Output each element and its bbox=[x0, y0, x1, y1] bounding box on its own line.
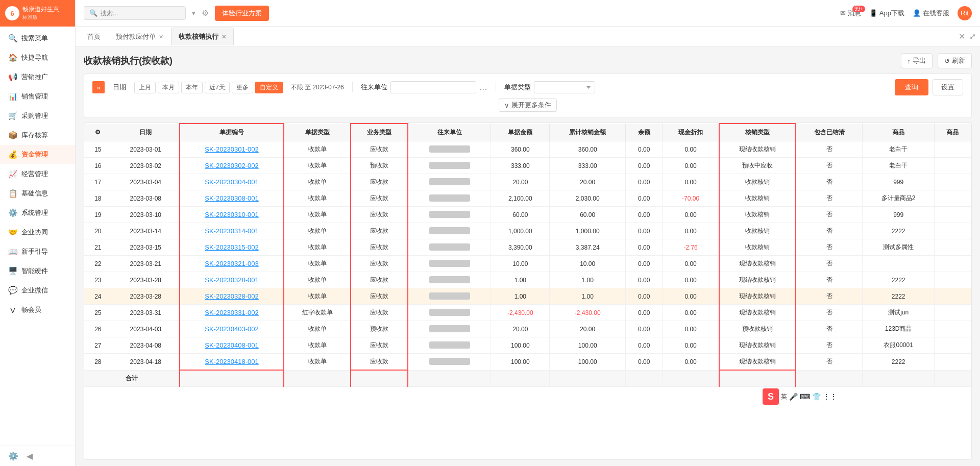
sidebar-item-basic[interactable]: 📋 基础信息 bbox=[0, 184, 75, 203]
this-year-btn[interactable]: 本年 bbox=[181, 82, 203, 93]
sidebar-item-member[interactable]: V 畅会员 bbox=[0, 300, 75, 320]
app-download-button[interactable]: 📱 App下载 bbox=[869, 9, 904, 18]
bill-no-link[interactable]: SK-20230328-002 bbox=[205, 292, 259, 300]
tab-collection[interactable]: 收款核销执行 ✕ bbox=[171, 28, 234, 45]
sidebar-item-guide[interactable]: 📖 新手引导 bbox=[0, 242, 75, 261]
bill-type-select[interactable] bbox=[534, 81, 595, 93]
col-header-verify-type: 核销类型 bbox=[719, 124, 796, 141]
sidebar-item-sales[interactable]: 📊 销售管理 bbox=[0, 87, 75, 106]
col-header-cash-discount: 现金折扣 bbox=[663, 124, 719, 141]
bill-no-link[interactable]: SK-20230331-002 bbox=[205, 309, 259, 316]
sidebar-item-hardware[interactable]: 🖥️ 智能硬件 bbox=[0, 261, 75, 281]
tab-prepay[interactable]: 预付款应付单 ✕ bbox=[108, 28, 171, 45]
blurred-value: ██████ bbox=[429, 358, 470, 365]
col-header-settings[interactable]: ⚙ bbox=[84, 124, 112, 141]
topbar-gear-icon[interactable]: ⚙ bbox=[202, 8, 209, 18]
export-button[interactable]: ↑ 导出 bbox=[901, 53, 933, 68]
guide-icon: 📖 bbox=[8, 247, 17, 256]
page-title: 收款核销执行(按收款) bbox=[84, 55, 173, 67]
blurred-value: ██████ bbox=[429, 309, 470, 316]
topbar-search-input[interactable] bbox=[101, 10, 180, 17]
table-row: 202023-03-14SK-20230314-001收款单应收款██████1… bbox=[84, 223, 971, 239]
last-month-btn[interactable]: 上月 bbox=[134, 82, 156, 93]
bill-no-link[interactable]: SK-20230321-003 bbox=[205, 260, 259, 267]
toolbar-text: 英 bbox=[781, 393, 787, 401]
collapse-icon[interactable]: ◀ bbox=[27, 451, 33, 461]
col-header-balance: 余额 bbox=[626, 124, 663, 141]
bill-no-link[interactable]: SK-20230314-001 bbox=[205, 227, 259, 235]
online-service-button[interactable]: 👤 在线客服 bbox=[913, 9, 949, 18]
search-icon: 🔍 bbox=[8, 34, 17, 43]
tab-collection-close[interactable]: ✕ bbox=[222, 34, 226, 40]
basic-icon: 📋 bbox=[8, 189, 17, 198]
sidebar-item-marketing[interactable]: 📢 营销推广 bbox=[0, 67, 75, 87]
toolbar-mic[interactable]: 🎤 bbox=[789, 393, 798, 401]
sidebar-item-operations[interactable]: 📈 经营管理 bbox=[0, 164, 75, 184]
sidebar-menu: 🔍 搜索菜单 🏠 快捷导航 📢 营销推广 📊 销售管理 🛒 采购管理 📦 库存核… bbox=[0, 27, 75, 446]
blurred-value: ██████ bbox=[429, 341, 470, 349]
tabs-right-actions: ✕ ⤢ bbox=[959, 32, 976, 41]
custom-date-btn[interactable]: 自定义 bbox=[255, 82, 283, 93]
sidebar-logo: 6 畅康道好生意 标准版 bbox=[0, 0, 75, 27]
user-avatar[interactable]: Rit bbox=[958, 6, 972, 20]
date-range-display: 不限 至 2023-07-26 bbox=[291, 83, 344, 92]
table-row: 212023-03-15SK-20230315-002收款单应收款██████3… bbox=[84, 239, 971, 256]
bill-no-link[interactable]: SK-20230301-002 bbox=[205, 145, 259, 153]
solution-button[interactable]: 体验行业方案 bbox=[215, 6, 269, 21]
table-row: 182023-03-08SK-20230308-001收款单应收款██████2… bbox=[84, 190, 971, 207]
tab-expand-button[interactable]: ⤢ bbox=[969, 32, 976, 41]
sidebar-item-quicknav[interactable]: 🏠 快捷导航 bbox=[0, 48, 75, 67]
counterpart-more-icon[interactable]: … bbox=[479, 83, 487, 92]
sidebar-item-purchase[interactable]: 🛒 采购管理 bbox=[0, 106, 75, 126]
filter-toggle-button[interactable]: » bbox=[92, 81, 105, 93]
counterpart-label: 往来单位 bbox=[361, 83, 387, 92]
sidebar-item-inventory[interactable]: 📦 库存核算 bbox=[0, 126, 75, 145]
this-month-btn[interactable]: 本月 bbox=[158, 82, 179, 93]
toolbar-keyboard[interactable]: ⌨ bbox=[800, 393, 810, 401]
toolbar-shirt[interactable]: 👕 bbox=[812, 393, 821, 401]
query-button[interactable]: 查询 bbox=[895, 79, 928, 95]
bill-no-link[interactable]: SK-20230408-001 bbox=[205, 341, 259, 349]
sidebar-item-corp[interactable]: 🤝 企业协同 bbox=[0, 223, 75, 242]
table-row: 222023-03-21SK-20230321-003收款单应收款██████1… bbox=[84, 256, 971, 272]
topbar-right: ✉ 消息 99+ 📱 App下载 👤 在线客服 Rit bbox=[840, 6, 972, 20]
table-scroll-area[interactable]: ⚙ 日期 单据编号 单据类型 业务类型 往来单位 单据金额 累计核销金额 余额 … bbox=[84, 123, 971, 459]
system-icon: ⚙️ bbox=[8, 208, 17, 217]
blurred-value: ██████ bbox=[429, 260, 470, 267]
expand-filter-button[interactable]: ∨ 展开更多条件 bbox=[499, 99, 557, 112]
sidebar-item-finance[interactable]: 💰 资金管理 bbox=[0, 145, 75, 164]
filter-row-2: ∨ 展开更多条件 bbox=[92, 99, 963, 112]
sidebar-item-wechat[interactable]: 💬 企业微信 bbox=[0, 281, 75, 300]
table-footer-row: 合计 bbox=[84, 370, 971, 386]
blurred-value: ██████ bbox=[429, 276, 470, 283]
filter-settings-button[interactable]: 设置 bbox=[933, 79, 963, 95]
sidebar-item-search[interactable]: 🔍 搜索菜单 bbox=[0, 29, 75, 48]
tab-close-all-button[interactable]: ✕ bbox=[959, 32, 965, 41]
counterpart-input[interactable] bbox=[390, 81, 476, 93]
sidebar-item-system[interactable]: ⚙️ 系统管理 bbox=[0, 203, 75, 223]
toolbar-apps[interactable]: ⋮⋮ bbox=[823, 393, 837, 401]
bill-no-link[interactable]: SK-20230302-002 bbox=[205, 162, 259, 169]
more-date-btn[interactable]: 更多 bbox=[232, 82, 253, 93]
col-header-counterpart: 往来单位 bbox=[408, 124, 491, 141]
message-button[interactable]: ✉ 消息 99+ bbox=[840, 9, 861, 18]
refresh-button[interactable]: ↺ 刷新 bbox=[938, 53, 972, 68]
bill-no-link[interactable]: SK-20230310-001 bbox=[205, 211, 259, 218]
tab-prepay-close[interactable]: ✕ bbox=[159, 34, 163, 40]
bill-no-link[interactable]: SK-20230418-001 bbox=[205, 358, 259, 365]
purchase-icon: 🛒 bbox=[8, 111, 17, 120]
table-row: 162023-03-02SK-20230302-002收款单预收款██████3… bbox=[84, 158, 971, 174]
topbar-dropdown-icon[interactable]: ▾ bbox=[192, 9, 195, 17]
bill-no-link[interactable]: SK-20230328-001 bbox=[205, 276, 259, 284]
bill-no-link[interactable]: SK-20230403-002 bbox=[205, 325, 259, 333]
bill-no-link[interactable]: SK-20230315-002 bbox=[205, 243, 259, 251]
hardware-icon: 🖥️ bbox=[8, 266, 17, 276]
bill-no-link[interactable]: SK-20230304-001 bbox=[205, 178, 259, 186]
date-filter-label: 日期 bbox=[113, 83, 126, 92]
col-header-goods: 商品 bbox=[863, 124, 934, 141]
last-7days-btn[interactable]: 近7天 bbox=[205, 82, 230, 93]
tab-home[interactable]: 首页 bbox=[80, 28, 108, 45]
col-header-amount: 单据金额 bbox=[491, 124, 550, 141]
settings-bottom-icon[interactable]: ⚙️ bbox=[8, 451, 18, 461]
bill-no-link[interactable]: SK-20230308-001 bbox=[205, 194, 259, 202]
